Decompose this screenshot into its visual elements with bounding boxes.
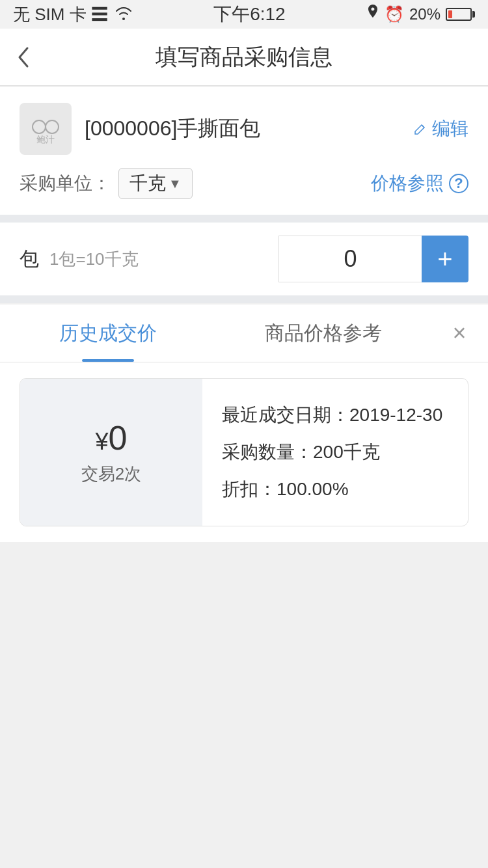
price-ref-button[interactable]: 价格参照 ? xyxy=(371,171,468,196)
nav-bar: 填写商品采购信息 xyxy=(0,29,488,86)
recent-date-label: 最近成交日期： xyxy=(222,405,349,425)
product-unit-row: 采购单位： 千克 ▼ 价格参照 ? xyxy=(20,168,468,199)
unit-left: 采购单位： 千克 ▼ xyxy=(20,168,193,199)
section-divider-2 xyxy=(0,295,488,303)
card-left: ¥0 交易2次 xyxy=(20,379,202,526)
page-title: 填写商品采购信息 xyxy=(156,42,332,72)
discount-value: 100.00% xyxy=(277,479,349,499)
recent-date-row: 最近成交日期：2019-12-30 xyxy=(222,402,448,427)
unit-label: 采购单位： xyxy=(20,171,111,196)
unit-value: 千克 xyxy=(129,171,166,196)
alarm-icon: ⏰ xyxy=(385,5,404,23)
quantity-input[interactable] xyxy=(278,236,422,282)
tab-price-ref-label: 商品价格参考 xyxy=(265,320,382,347)
product-left: 鲍汁 [0000006]手撕面包 xyxy=(20,103,260,155)
status-right: ⏰ 20% xyxy=(366,5,475,24)
price-symbol: ¥ xyxy=(96,428,109,455)
unit-dropdown[interactable]: 千克 ▼ xyxy=(118,168,193,199)
tab-history-price[interactable]: 历史成交价 xyxy=(0,305,215,362)
back-button[interactable] xyxy=(16,44,31,70)
product-section: 鲍汁 [0000006]手撕面包 编辑 采购单位： 千克 ▼ 价格参照 ? xyxy=(0,87,488,215)
battery-percent: 20% xyxy=(409,5,441,23)
edit-button[interactable]: 编辑 xyxy=(413,116,468,141)
svg-point-0 xyxy=(33,120,46,133)
trade-count: 交易2次 xyxy=(81,463,141,485)
sim-signal: 无 SIM 卡 ☰ xyxy=(13,3,108,26)
quantity-left: 包 1包=10千克 xyxy=(20,246,139,273)
unit-desc: 1包=10千克 xyxy=(49,248,139,271)
price-display: ¥0 xyxy=(96,418,128,457)
unit-icon: 包 xyxy=(20,246,39,273)
wifi-icon xyxy=(115,5,133,25)
quantity-section: 包 1包=10千克 + xyxy=(0,223,488,295)
discount-label: 折扣： xyxy=(222,479,277,499)
status-time: 下午6:12 xyxy=(213,2,286,27)
history-content: ¥0 交易2次 最近成交日期：2019-12-30 采购数量：200千克 折扣：… xyxy=(0,362,488,542)
card-right: 最近成交日期：2019-12-30 采购数量：200千克 折扣：100.00% xyxy=(202,379,468,526)
battery-icon xyxy=(446,8,475,21)
help-icon: ? xyxy=(449,174,468,193)
tab-close-button[interactable]: × xyxy=(431,305,488,362)
status-bar: 无 SIM 卡 ☰ 下午6:12 ⏰ 20% xyxy=(0,0,488,29)
location-icon xyxy=(366,5,379,24)
recent-date-value: 2019-12-30 xyxy=(349,405,442,425)
tab-price-ref[interactable]: 商品价格参考 xyxy=(215,305,431,362)
tab-active-underline xyxy=(82,359,134,362)
price-ref-label: 价格参照 xyxy=(371,171,444,196)
svg-point-1 xyxy=(46,120,59,133)
status-left: 无 SIM 卡 ☰ xyxy=(13,3,133,26)
purchase-qty-label: 采购数量： xyxy=(222,442,313,462)
dropdown-arrow-icon: ▼ xyxy=(169,176,182,191)
price-value: 0 xyxy=(109,419,128,457)
close-icon: × xyxy=(452,319,466,347)
product-logo: 鲍汁 xyxy=(20,103,72,155)
purchase-qty-value: 200千克 xyxy=(313,442,380,462)
product-header: 鲍汁 [0000006]手撕面包 编辑 xyxy=(20,103,468,155)
discount-row: 折扣：100.00% xyxy=(222,476,448,502)
history-card: ¥0 交易2次 最近成交日期：2019-12-30 采购数量：200千克 折扣：… xyxy=(20,378,468,526)
quantity-right: + xyxy=(278,236,468,282)
product-name: [0000006]手撕面包 xyxy=(85,115,260,143)
purchase-qty-row: 采购数量：200千克 xyxy=(222,439,448,465)
svg-text:鲍汁: 鲍汁 xyxy=(36,134,55,144)
tab-history-label: 历史成交价 xyxy=(59,320,157,347)
tabs-section: 历史成交价 商品价格参考 × ¥0 交易2次 最近成交日期：2019-12-30 xyxy=(0,305,488,542)
quantity-plus-button[interactable]: + xyxy=(422,236,468,282)
tabs-header: 历史成交价 商品价格参考 × xyxy=(0,305,488,362)
section-divider xyxy=(0,215,488,223)
